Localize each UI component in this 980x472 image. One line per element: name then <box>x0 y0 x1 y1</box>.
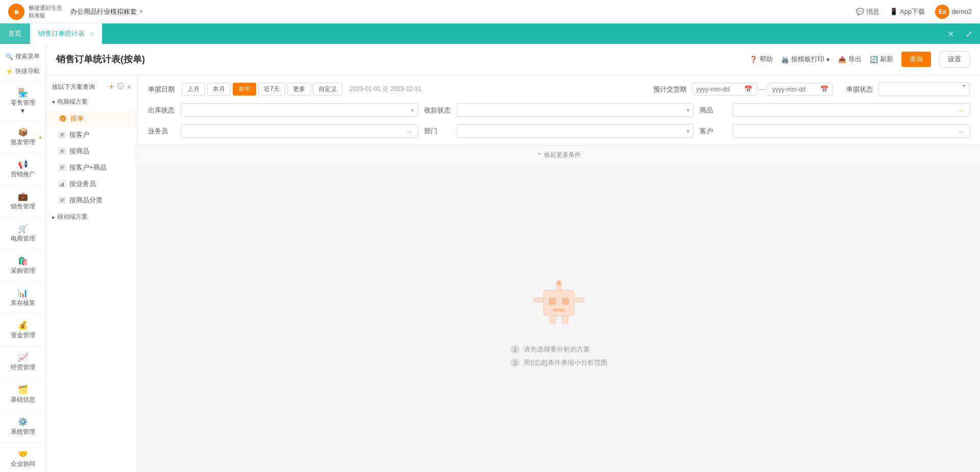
account-selector[interactable]: 办公用品行业模拟账套 ▾ <box>70 7 143 16</box>
print-button[interactable]: 🖨️ 按模板打印 ▾ <box>781 55 830 64</box>
desktop-category[interactable]: ▾ 电脑端方案 <box>46 96 137 108</box>
scheme-item-by-product[interactable]: 按商品 <box>46 143 137 159</box>
empty-tip-1: 1 请先选择要分析的方案 <box>510 345 607 354</box>
order-status-select-wrapper[interactable]: ▾ <box>878 82 970 96</box>
sidebar: 🔍 搜索菜单 ⚡ 快捷导航 🏪 零售管理 📦 批发管理 📢 营销推广 <box>0 44 46 472</box>
sidebar-item-enterprise[interactable]: 🤝 企业协同 <box>0 443 45 472</box>
sidebar-item-finance[interactable]: 💰 资金管理 <box>0 314 45 346</box>
purchase-icon: 🛍️ <box>18 256 28 266</box>
sidebar-item-inventory[interactable]: 📊 库存核算 <box>0 282 45 314</box>
export-icon: 📤 <box>838 56 846 63</box>
account-name: 办公用品行业模拟账套 <box>70 7 137 16</box>
content-area: 销售订单统计表(按单) ❓ 帮助 🖨️ 按模板打印 ▾ 📤 导出 🔄 刷新 <box>46 44 980 472</box>
this-month-btn[interactable]: 本月 <box>207 83 231 96</box>
tip-number-1: 1 <box>510 345 520 354</box>
empty-state: 1 请先选择要分析的方案 2 用[过滤]条件来缩小分析范围 <box>138 164 980 472</box>
payment-status-label: 收款状态 <box>424 106 453 115</box>
department-label: 部门 <box>424 127 453 136</box>
settings-button[interactable]: 设置 <box>939 51 970 67</box>
add-scheme-button[interactable]: + <box>109 82 114 91</box>
sidebar-item-ecommerce[interactable]: 🛒 电商管理 <box>0 218 45 250</box>
sidebar-item-wholesale[interactable]: 📦 批发管理 <box>0 121 45 153</box>
wholesale-icon: 📦 <box>18 127 28 137</box>
empty-illustration <box>528 270 590 333</box>
sidebar-item-sales[interactable]: 💼 销售管理 <box>0 185 45 218</box>
department-select[interactable] <box>457 124 694 138</box>
sidebar-item-purchase[interactable]: 🛍️ 采购管理 <box>0 250 45 282</box>
nav-icon: ⚡ <box>6 68 13 75</box>
end-date-input[interactable] <box>772 86 818 93</box>
user-menu[interactable]: Ea demo2 <box>935 5 972 19</box>
sidebar-item-operations[interactable]: 📈 经营管理 <box>0 346 45 379</box>
start-date-input[interactable] <box>696 86 742 93</box>
order-status-select[interactable] <box>878 82 970 96</box>
ship-status-select[interactable] <box>181 103 418 117</box>
top-bar: 畅 畅捷通好生意 标准版 办公用品行业模拟账套 ▾ 💬 消息 📱 App下载 E… <box>0 0 980 23</box>
svg-text:按: 按 <box>61 117 65 122</box>
last-7-days-btn[interactable]: 近7天 <box>258 83 285 96</box>
window-maximize-button[interactable]: ⤢ <box>962 27 976 41</box>
message-button[interactable]: 💬 消息 <box>856 7 879 16</box>
app-download-button[interactable]: 📱 App下载 <box>890 7 925 16</box>
sidebar-item-retail[interactable]: 🏪 零售管理 <box>0 82 45 121</box>
sidebar-quick-nav[interactable]: ⚡ 快捷导航 <box>0 64 45 79</box>
avatar: Ea <box>935 5 949 19</box>
scheme-customer-icon <box>58 131 66 139</box>
sidebar-item-marketing[interactable]: 📢 营销推广 <box>0 153 45 185</box>
tab-home[interactable]: 首页 <box>0 23 30 44</box>
marketing-icon: 📢 <box>18 159 28 169</box>
help-button[interactable]: ❓ 帮助 <box>749 55 773 64</box>
start-date-input-wrapper[interactable]: 📅 <box>692 83 757 96</box>
empty-tip-2: 2 用[过滤]条件来缩小分析范围 <box>510 358 607 367</box>
scheme-item-by-customer[interactable]: 按客户 <box>46 127 137 143</box>
query-button[interactable]: 查询 <box>901 52 931 67</box>
scheme-item-by-customer-product[interactable]: 按客户+商品 <box>46 159 137 176</box>
product-picker-btn[interactable]: ··· <box>732 103 970 117</box>
last-month-btn[interactable]: 上月 <box>182 83 205 96</box>
sidebar-top: 🔍 搜索菜单 ⚡ 快捷导航 <box>0 44 45 82</box>
tab-close-button[interactable]: × <box>90 30 93 37</box>
custom-btn[interactable]: 自定义 <box>313 83 342 96</box>
ship-status-label: 出库状态 <box>148 106 177 115</box>
sidebar-search[interactable]: 🔍 搜索菜单 <box>0 49 45 64</box>
scheme-order-icon: 按 <box>58 114 67 123</box>
scheme-item-by-order[interactable]: 按 按单 <box>46 110 137 127</box>
date-buttons: 上月 本月 本年 近7天 更多 自定义 <box>182 83 342 96</box>
salesperson-picker-btn[interactable]: ··· <box>181 124 418 138</box>
refresh-button[interactable]: 🔄 刷新 <box>870 55 893 64</box>
end-date-input-wrapper[interactable]: 📅 <box>768 83 833 96</box>
sidebar-item-system[interactable]: ⚙️ 系统管理 <box>0 411 45 443</box>
scheme-customer-product-icon <box>58 163 66 172</box>
collapse-scheme-button[interactable]: « <box>127 82 131 91</box>
sidebar-item-basic[interactable]: 🗂️ 基础信息 <box>0 379 45 411</box>
customer-picker-btn[interactable]: ··· <box>732 124 970 138</box>
product-dots-icon: ··· <box>959 106 964 114</box>
window-close-button[interactable]: ✕ <box>943 27 958 41</box>
start-calendar-icon: 📅 <box>744 85 752 93</box>
svg-rect-28 <box>553 309 565 312</box>
operations-icon: 📈 <box>18 352 28 362</box>
empty-tips: 1 请先选择要分析的方案 2 用[过滤]条件来缩小分析范围 <box>510 345 607 367</box>
collapse-bar[interactable]: ⌃ 收起更多条件 <box>138 145 980 164</box>
collapse-button[interactable]: ⌃ 收起更多条件 <box>537 151 581 159</box>
scheme-item-by-salesperson[interactable]: 按业务员 <box>46 176 137 192</box>
product-label: 商品 <box>700 106 728 115</box>
mobile-category[interactable]: ▸ 移动端方案 <box>46 210 137 223</box>
ecommerce-icon: 🛒 <box>18 224 28 233</box>
more-btn[interactable]: 更多 <box>287 83 311 96</box>
payment-status-select[interactable] <box>457 103 694 117</box>
date-label: 单据日期 <box>148 85 177 94</box>
tab-right-controls: ✕ ⤢ <box>943 23 980 44</box>
payment-status-control: ▾ <box>457 103 694 117</box>
tab-sales-stats[interactable]: 销售订单统计表 × <box>30 23 102 44</box>
product-item: 商品 ··· <box>700 103 970 117</box>
customer-dots-icon: ··· <box>959 127 964 135</box>
this-year-btn[interactable]: 本年 <box>233 83 256 96</box>
edit-scheme-button[interactable]: ✎ <box>117 82 124 91</box>
svg-rect-33 <box>550 316 556 324</box>
export-button[interactable]: 📤 导出 <box>838 55 862 64</box>
salesperson-item: 业务员 ··· <box>148 124 418 138</box>
svg-rect-18 <box>60 185 61 186</box>
scheme-item-by-product-category[interactable]: 按商品分类 <box>46 192 137 208</box>
scheme-header-buttons: + ✎ « <box>109 82 131 91</box>
